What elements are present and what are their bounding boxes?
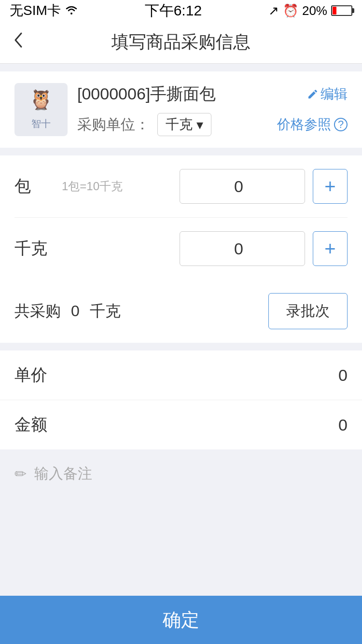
price-info-section: 单价 0 金额 0 [0, 350, 362, 449]
svg-point-0 [70, 13, 72, 14]
amount-label: 金额 [14, 414, 47, 436]
remark-placeholder: 输入备注 [34, 464, 92, 484]
product-name-row: [0000006]手撕面包 编辑 [77, 83, 348, 105]
brand-text: 智十 [31, 118, 51, 129]
status-bar: 无SIM卡 下午6:12 ↗ ⏰ 20% [0, 0, 362, 21]
input-section: 包 1包=10千克 + 千克 + [0, 155, 362, 280]
amount-value: 0 [338, 416, 348, 434]
help-icon: ? [334, 118, 348, 131]
status-right: ↗ ⏰ 20% [268, 3, 352, 18]
pencil-icon: ✏ [14, 465, 27, 482]
kg-input-row: 千克 + [14, 218, 348, 280]
bag-input-row: 包 1包=10千克 + [14, 155, 348, 218]
unit-price-label: 单价 [14, 364, 47, 386]
nav-bar: 填写商品采购信息 [0, 21, 362, 64]
bag-sub-label: 1包=10千克 [62, 179, 123, 194]
unit-price-row: 单价 0 [0, 350, 362, 400]
unit-selector[interactable]: 千克 ▾ [157, 113, 211, 136]
price-ref-button[interactable]: 价格参照 ? [277, 115, 348, 134]
total-text: 共采购 0 千克 [14, 301, 121, 322]
amount-row: 金额 0 [0, 400, 362, 449]
mid-divider-1 [0, 148, 362, 155]
record-batch-button[interactable]: 录批次 [268, 293, 348, 329]
product-image: 🦉 智十 [14, 83, 68, 136]
product-logo-icon: 🦉 [29, 88, 53, 111]
product-info: [0000006]手撕面包 编辑 采购单位： 千克 ▾ 价格参照 ? [77, 83, 348, 136]
unit-row: 采购单位： 千克 ▾ 价格参照 ? [77, 113, 348, 136]
kg-plus-button[interactable]: + [313, 231, 348, 266]
page-title: 填写商品采购信息 [111, 30, 251, 54]
location-icon: ↗ [268, 3, 279, 18]
top-divider [0, 64, 362, 71]
battery-icon [331, 5, 352, 16]
bag-plus-icon: + [324, 176, 335, 197]
status-time: 下午6:12 [145, 1, 202, 21]
product-full-name: [0000006]手撕面包 [77, 83, 216, 105]
wifi-icon [65, 3, 78, 18]
bag-input[interactable] [180, 169, 305, 204]
battery-percent: 20% [302, 3, 327, 18]
price-ref-label: 价格参照 [277, 115, 331, 134]
edit-button[interactable]: 编辑 [307, 85, 348, 103]
mid-divider-2 [0, 343, 362, 350]
bag-plus-button[interactable]: + [313, 169, 348, 204]
alarm-icon: ⏰ [283, 3, 298, 18]
total-prefix: 共采购 [14, 302, 61, 320]
confirm-button[interactable]: 确定 [0, 596, 362, 644]
bag-label: 包 [14, 175, 58, 197]
kg-input[interactable] [180, 231, 305, 266]
edit-label: 编辑 [320, 85, 348, 103]
carrier-text: 无SIM卡 [10, 1, 61, 20]
status-left: 无SIM卡 [10, 1, 78, 20]
unit-value: 千克 [166, 115, 193, 134]
remark-section[interactable]: ✏ 输入备注 [0, 449, 362, 498]
total-value: 0 [71, 302, 80, 320]
dropdown-arrow-icon: ▾ [196, 117, 203, 133]
product-card: 🦉 智十 [0000006]手撕面包 编辑 采购单位： 千克 ▾ [0, 71, 362, 148]
unit-price-value: 0 [338, 366, 348, 385]
total-row: 共采购 0 千克 录批次 [0, 280, 362, 343]
unit-label: 采购单位： [77, 115, 150, 135]
back-button[interactable] [12, 29, 25, 55]
total-unit: 千克 [90, 302, 121, 320]
kg-label: 千克 [14, 238, 58, 260]
kg-plus-icon: + [324, 238, 335, 260]
